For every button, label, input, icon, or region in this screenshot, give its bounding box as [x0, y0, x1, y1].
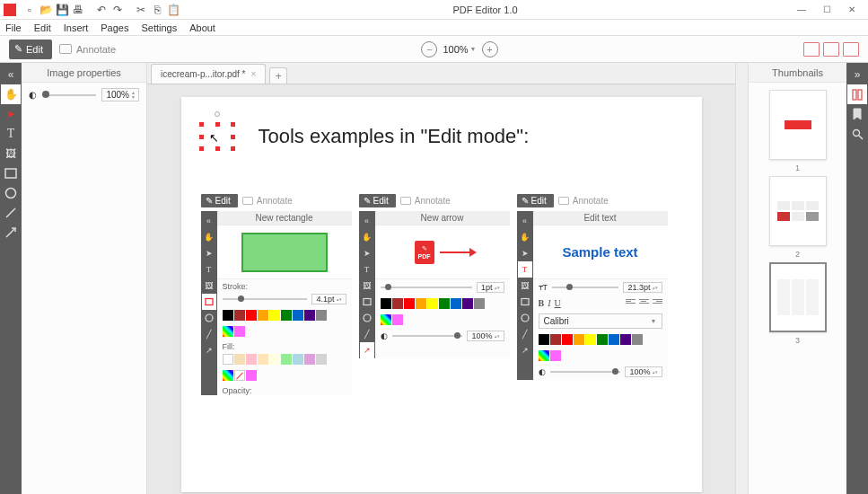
size-slider — [552, 287, 618, 288]
view-continuous-icon[interactable] — [843, 42, 859, 57]
selected-object[interactable]: ↖ — [201, 124, 233, 149]
view-double-icon[interactable] — [823, 42, 839, 57]
svg-line-13 — [859, 136, 863, 139]
opacity-slider — [550, 371, 621, 373]
print-icon[interactable]: 🖶 — [72, 4, 84, 16]
mode-toolbar: ✎ Edit Annotate − 100% ▼ + — [0, 36, 868, 63]
menu-file[interactable]: File — [5, 22, 22, 33]
save-icon[interactable]: 💾 — [56, 4, 68, 16]
mini-toolbar: « ✋ ➤ T 🖼 ╱ ↗ — [359, 211, 375, 358]
collapse-icon: « — [518, 213, 532, 229]
view-mode-buttons — [803, 42, 859, 57]
undo-icon[interactable]: ↶ — [95, 4, 108, 16]
thumbnail-number: 1 — [795, 163, 800, 172]
select-tool[interactable]: ➤ — [1, 104, 21, 124]
bookmarks-tab[interactable] — [847, 104, 867, 124]
select-tool-icon: ➤ — [360, 245, 374, 261]
collapse-icon: « — [360, 213, 374, 229]
search-tab[interactable] — [847, 124, 867, 144]
close-button[interactable]: ✕ — [839, 2, 864, 18]
align-left-icon — [626, 299, 636, 307]
rectangle-tool[interactable] — [1, 163, 21, 183]
copy-icon[interactable]: ⎘ — [151, 4, 163, 16]
thumbnail-page-1[interactable] — [769, 90, 827, 160]
collapse-icon: « — [202, 213, 216, 229]
text-tool-icon: T — [518, 261, 532, 278]
circle-tool-icon — [202, 310, 216, 326]
resize-handle[interactable] — [231, 122, 235, 127]
resize-handle[interactable] — [215, 122, 220, 127]
fill-swatches — [217, 351, 352, 367]
svg-rect-8 — [522, 299, 529, 305]
menu-pages[interactable]: Pages — [101, 22, 128, 33]
hand-tool-icon: ✋ — [518, 229, 532, 245]
maximize-button[interactable]: ☐ — [814, 2, 839, 18]
resize-handle[interactable] — [199, 122, 204, 127]
resize-handle[interactable] — [199, 135, 204, 139]
image-tool-icon: 🖼 — [202, 278, 216, 294]
rectangle-preview — [217, 225, 352, 279]
circle-tool-icon — [518, 310, 532, 326]
color-swatches-2 — [375, 312, 510, 328]
document-area: icecream-p...itor.pdf * × + — [147, 63, 735, 494]
zoom-out-button[interactable]: − — [421, 41, 437, 57]
zoom-value: 100% — [443, 44, 468, 55]
collapse-icon[interactable]: » — [847, 65, 867, 84]
resize-handle[interactable] — [199, 146, 204, 151]
font-style-row: B I U — [533, 296, 668, 311]
hand-tool-icon: ✋ — [202, 229, 216, 245]
example-panel-text: ✎Edit Annotate « ✋ ➤ T 🖼 — [517, 194, 668, 395]
view-single-icon[interactable] — [803, 42, 820, 57]
resize-handle[interactable] — [215, 146, 220, 151]
new-file-icon[interactable]: ▫ — [23, 4, 36, 16]
svg-point-1 — [6, 189, 16, 198]
minimize-button[interactable]: — — [789, 2, 814, 18]
text-tool[interactable]: T — [1, 124, 21, 144]
tab-close-icon[interactable]: × — [250, 69, 256, 79]
arrow-tool[interactable] — [1, 223, 21, 243]
circle-tool[interactable] — [1, 183, 21, 203]
arrow-preview: ✎PDF — [375, 225, 510, 279]
cut-icon[interactable]: ✂ — [135, 4, 147, 16]
rotate-handle-icon[interactable] — [215, 111, 220, 117]
opacity-value: 100%▴▾ — [467, 331, 504, 341]
collapse-icon[interactable]: « — [1, 65, 21, 84]
zoom-in-button[interactable]: + — [482, 41, 498, 57]
opacity-slider[interactable] — [42, 94, 96, 96]
resize-handle[interactable] — [231, 135, 235, 139]
thumbnail-page-2[interactable] — [769, 176, 827, 246]
svg-line-2 — [6, 208, 15, 217]
hand-tool[interactable]: ✋ — [1, 84, 21, 104]
paste-icon[interactable]: 📋 — [167, 4, 180, 16]
vertical-scrollbar[interactable] — [735, 63, 748, 494]
svg-point-7 — [364, 314, 371, 322]
stroke-swatches — [217, 307, 352, 323]
fill-label: Fill: — [217, 340, 352, 351]
edit-mode-button[interactable]: ✎ Edit — [9, 40, 52, 59]
text-color-swatches — [533, 331, 668, 348]
thumbnail-page-3[interactable] — [769, 262, 827, 332]
image-tool-icon: 🖼 — [360, 278, 374, 294]
spinner-icon[interactable]: ▴▾ — [132, 91, 135, 100]
annotate-mode-button[interactable]: Annotate — [59, 44, 116, 55]
open-file-icon[interactable]: 📂 — [39, 4, 52, 16]
menu-about[interactable]: About — [189, 22, 215, 33]
document-scroll[interactable]: ↖ Tools examples in "Edit mode": ✎Edit A… — [147, 84, 735, 494]
select-tool-icon: ➤ — [518, 245, 532, 261]
thumbnails-header: Thumbnails — [749, 63, 846, 83]
page-content: ↖ Tools examples in "Edit mode": ✎Edit A… — [181, 97, 702, 492]
menu-insert[interactable]: Insert — [64, 22, 89, 33]
line-tool[interactable] — [1, 203, 21, 223]
zoom-dropdown[interactable]: 100% ▼ — [443, 44, 476, 55]
resize-handle[interactable] — [231, 146, 235, 151]
thumbnails-tab[interactable] — [847, 84, 867, 104]
line-tool-icon: ╱ — [518, 326, 532, 342]
mini-annotate-button: Annotate — [242, 196, 293, 206]
tab-document[interactable]: icecream-p...itor.pdf * × — [151, 64, 266, 84]
new-tab-button[interactable]: + — [269, 67, 287, 84]
menu-edit[interactable]: Edit — [34, 22, 51, 33]
opacity-value-input[interactable]: 100% ▴▾ — [101, 88, 139, 101]
redo-icon[interactable]: ↷ — [111, 4, 124, 16]
image-tool[interactable]: 🖼 — [1, 144, 21, 163]
menu-settings[interactable]: Settings — [141, 22, 177, 33]
